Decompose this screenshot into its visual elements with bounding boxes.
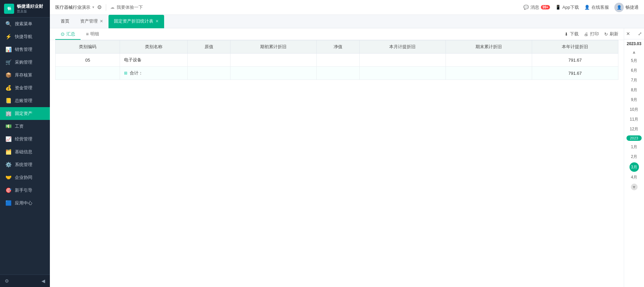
main-area: 医疗器械行业演示 ▾ ⚙ ☁ 我要体验一下 💬 消息 99+ 📱 App下载 👤… — [50, 0, 644, 287]
download-label: 下载 — [570, 31, 579, 37]
content-area: ⊙ 汇总 ≡ 明细 ⬇ 下载 🖨 打印 — [50, 28, 644, 287]
apps-icon: 🟦 — [5, 200, 11, 206]
date-item-1[interactable]: 1月 — [624, 142, 644, 152]
download-button[interactable]: ⬇ 下载 — [564, 31, 579, 37]
topbar: 医疗器械行业演示 ▾ ⚙ ☁ 我要体验一下 💬 消息 99+ 📱 App下载 👤… — [50, 0, 644, 15]
date-item-9[interactable]: 9月 — [624, 95, 644, 105]
tab-home[interactable]: 首页 — [55, 15, 75, 28]
sidebar-item-ledger[interactable]: 📒 总账管理 — [0, 94, 50, 107]
subtab-detail[interactable]: ≡ 明细 — [81, 29, 104, 40]
date-item-7[interactable]: 7月 — [624, 75, 644, 85]
sum-net — [316, 67, 359, 80]
sidebar-item-payroll[interactable]: 💵 工资 — [0, 120, 50, 133]
collapse-icon[interactable]: ◀ — [41, 278, 45, 284]
message-icon: 💬 — [523, 5, 529, 10]
company-arrow-icon: ▾ — [92, 5, 94, 9]
sum-row: ⊞ 合计： 791.67 — [56, 67, 618, 80]
date-item-5[interactable]: 5月 — [624, 56, 644, 66]
date-item-3-active[interactable]: 3月 — [630, 162, 639, 172]
flash-icon: ⚡ — [5, 34, 11, 40]
panel-close-icon[interactable]: ✕ — [626, 31, 630, 36]
sidebar-item-sales[interactable]: 📊 销售管理 — [0, 43, 50, 56]
avatar: 👤 — [614, 3, 624, 12]
sidebar-item-fixed[interactable]: 🏢 固定资产 — [0, 107, 50, 120]
experience-text: 我要体验一下 — [117, 4, 143, 10]
sidebar-item-collab[interactable]: 🤝 企业协同 — [0, 171, 50, 184]
sidebar-item-basic[interactable]: 🗂️ 基础信息 — [0, 146, 50, 158]
download-icon: ⬇ — [564, 32, 568, 37]
date-item-4[interactable]: 4月 — [624, 172, 644, 182]
print-button[interactable]: 🖨 打印 — [584, 31, 599, 37]
sidebar-item-quicknav[interactable]: ⚡ 快捷导航 — [0, 30, 50, 43]
refresh-icon: ↻ — [604, 32, 608, 37]
settings-footer-icon[interactable]: ⚙ — [5, 278, 9, 284]
sidebar-nav: 🔍 搜索菜单 ⚡ 快捷导航 📊 销售管理 🛒 采购管理 📦 库存核算 💰 资金管… — [0, 18, 50, 275]
sidebar-item-label: 采购管理 — [15, 59, 32, 65]
sum-icon: ⊞ — [124, 71, 127, 75]
tab-depreciation-close-icon[interactable]: ✕ — [155, 19, 159, 24]
company-name: 医疗器械行业演示 — [55, 4, 90, 10]
tab-home-label: 首页 — [61, 18, 69, 24]
scroll-up-button[interactable]: ▲ — [624, 48, 644, 56]
message-button[interactable]: 💬 消息 99+ — [523, 4, 550, 10]
sidebar-item-guide[interactable]: 🎯 新手引导 — [0, 184, 50, 197]
tab-depreciation[interactable]: 固定资产折旧统计表 ✕ — [109, 15, 164, 28]
sidebar-item-purchase[interactable]: 🛒 采购管理 — [0, 56, 50, 69]
date-item-8[interactable]: 8月 — [624, 85, 644, 95]
tab-asset-close-icon[interactable]: ✕ — [100, 19, 103, 24]
sidebar-item-search[interactable]: 🔍 搜索菜单 — [0, 18, 50, 30]
sidebar-item-apps[interactable]: 🟦 应用中心 — [0, 197, 50, 210]
sidebar-item-system[interactable]: ⚙️ 系统管理 — [0, 158, 50, 171]
folder-icon: 🗂️ — [5, 149, 11, 155]
scroll-down-button[interactable]: ▼ — [624, 182, 644, 192]
row-end-acc-dep — [446, 54, 532, 67]
row-month-dep — [359, 54, 446, 67]
refresh-label: 刷新 — [610, 31, 618, 37]
sidebar-item-label: 企业协同 — [15, 174, 32, 181]
sum-end-acc-dep — [446, 67, 532, 80]
sidebar-item-label: 资金管理 — [15, 85, 32, 91]
panel-expand-icon[interactable]: ⤢ — [638, 31, 642, 36]
date-item-2[interactable]: 2月 — [624, 152, 644, 162]
experience-link[interactable]: ☁ 我要体验一下 — [110, 4, 143, 10]
cloud-icon: ☁ — [110, 5, 115, 10]
row-original — [187, 54, 230, 67]
col-original: 原值 — [187, 40, 230, 54]
print-icon: 🖨 — [584, 32, 588, 37]
search-icon: 🔍 — [5, 21, 11, 27]
company-selector[interactable]: 医疗器械行业演示 ▾ — [55, 4, 94, 10]
date-item-12[interactable]: 12月 — [624, 124, 644, 134]
date-list: 2023.03 ▲ 5月 6月 7月 8月 9月 10月 11月 12月 202… — [624, 39, 644, 287]
service-icon: 👤 — [584, 5, 590, 10]
handshake-icon: 🤝 — [5, 174, 11, 181]
sidebar-footer: ⚙ ◀ — [0, 275, 50, 287]
scroll-down-icon[interactable]: ▼ — [631, 184, 638, 190]
table-container: 类别编码 类别名称 原值 期初累计折旧 净值 本月计提折旧 期末累计折旧 本年计… — [50, 40, 624, 287]
sidebar-item-fund[interactable]: 💰 资金管理 — [0, 82, 50, 94]
sidebar-item-inventory[interactable]: 📦 库存核算 — [0, 69, 50, 82]
year-badge-2023[interactable]: 2023 — [626, 135, 641, 141]
sidebar-item-label: 总账管理 — [15, 98, 32, 104]
logo-icon: 畅 — [4, 4, 14, 14]
current-period-label: 2023.03 — [624, 39, 644, 48]
col-acc-dep: 期初累计折旧 — [230, 40, 316, 54]
subtab-summary-label: 汇总 — [66, 31, 75, 37]
sidebar-item-manage[interactable]: 📈 经营管理 — [0, 133, 50, 146]
tab-depreciation-label: 固定资产折旧统计表 — [114, 18, 153, 24]
date-item-6[interactable]: 6月 — [624, 66, 644, 75]
app-label: App下载 — [562, 4, 579, 10]
col-code: 类别编码 — [56, 40, 120, 54]
tabbar: 首页 资产管理 ✕ 固定资产折旧统计表 ✕ — [50, 15, 644, 28]
user-info[interactable]: 👤 畅捷通 — [614, 3, 639, 12]
building-icon: 🏢 — [5, 110, 11, 117]
service-button[interactable]: 👤 在线客服 — [584, 4, 609, 10]
subtab-summary[interactable]: ⊙ 汇总 — [55, 29, 81, 40]
date-item-10[interactable]: 10月 — [624, 105, 644, 115]
refresh-button[interactable]: ↻ 刷新 — [604, 31, 618, 37]
gear-icon: ⚙️ — [5, 162, 11, 168]
date-item-11[interactable]: 11月 — [624, 115, 644, 124]
topbar-settings-icon[interactable]: ⚙ — [97, 4, 102, 10]
tab-asset-mgmt[interactable]: 资产管理 ✕ — [75, 15, 109, 28]
app-download-button[interactable]: 📱 App下载 — [555, 4, 579, 10]
cart-icon: 🛒 — [5, 59, 11, 65]
